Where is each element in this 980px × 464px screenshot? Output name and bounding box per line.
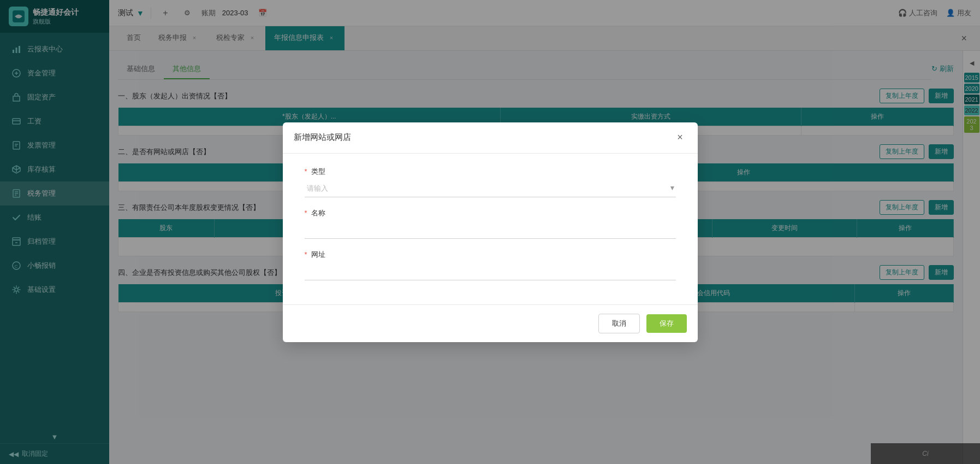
type-field: ▼ [305,180,676,197]
form-row-url: * 网址 [305,250,676,280]
type-label-row: * 类型 [305,167,676,177]
url-required-mark: * [305,250,307,259]
url-field [305,263,676,280]
type-label: 类型 [311,167,325,175]
save-button[interactable]: 保存 [646,314,687,333]
url-input[interactable] [305,266,676,277]
type-required-mark: * [305,167,307,175]
name-label: 名称 [311,209,325,217]
name-label-row: * 名称 [305,208,676,218]
url-label-row: * 网址 [305,250,676,260]
form-row-name: * 名称 [305,208,676,239]
name-input[interactable] [305,225,676,235]
form-row-type: * 类型 ▼ [305,167,676,197]
dialog-title: 新增网站或网店 [294,132,351,143]
add-website-dialog: 新增网站或网店 × * 类型 ▼ * 名称 [283,122,698,342]
dialog-header: 新增网站或网店 × [283,122,698,154]
dialog-footer: 取消 保存 [283,304,698,342]
url-label: 网址 [311,250,325,259]
type-dropdown-arrow[interactable]: ▼ [669,184,676,192]
name-required-mark: * [305,209,307,217]
name-field [305,221,676,239]
dialog-body: * 类型 ▼ * 名称 * [283,154,698,304]
dialog-overlay: 新增网站或网店 × * 类型 ▼ * 名称 [0,0,980,464]
dialog-close-button[interactable]: × [674,131,687,144]
type-input[interactable] [305,183,669,193]
cancel-button[interactable]: 取消 [598,314,640,333]
